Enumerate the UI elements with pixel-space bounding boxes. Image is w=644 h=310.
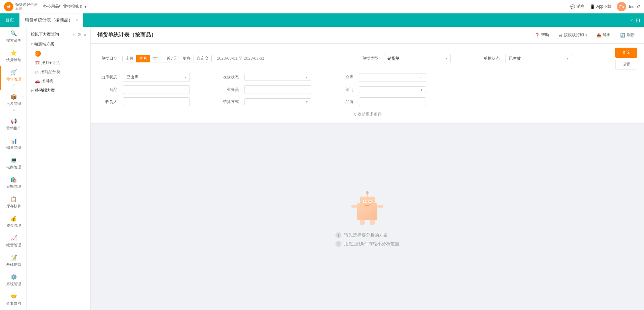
message-button[interactable]: 💬 消息 bbox=[570, 4, 585, 9]
date-range: 2023-03-01 至 2023-03-31 bbox=[217, 56, 264, 61]
search-icon: 🔍 bbox=[10, 30, 17, 37]
date-tab-this-year[interactable]: 本年 bbox=[150, 55, 164, 62]
sidebar-item-finance[interactable]: 💰 资金管理 bbox=[0, 212, 26, 231]
recipient-control: ··· bbox=[123, 97, 217, 106]
sidebar-item-wholesale[interactable]: 📦 批发管理 ▴ bbox=[0, 90, 26, 115]
retail-arrow-icon: ▾ bbox=[13, 83, 15, 87]
empty-tips: 1 请先选择要分析的方案 2 用[过滤]条件来缩小分析范围 bbox=[335, 232, 399, 247]
company-selector[interactable]: 办公用品行业模拟账套 ▾ bbox=[40, 4, 89, 9]
sidebar-item-basic-info[interactable]: 📝 基础信息 bbox=[0, 251, 26, 270]
empty-illustration bbox=[347, 187, 387, 227]
salesman-dots-icon[interactable]: ··· bbox=[304, 87, 308, 92]
bill-status-select[interactable]: 已生效 ▾ bbox=[505, 54, 572, 63]
brand-label: 品牌 bbox=[343, 99, 354, 105]
bill-type-select[interactable]: 销货单 ▾ bbox=[384, 54, 451, 63]
tree-item-icon-driver: 🚗 bbox=[35, 79, 40, 84]
out-status-select[interactable]: 已出库 ▾ bbox=[123, 73, 190, 82]
settings-plan-button[interactable]: ⚙ bbox=[77, 32, 82, 37]
add-plan-button[interactable]: + bbox=[72, 32, 75, 37]
retail-icon: 🛒 bbox=[10, 69, 17, 75]
sidebar-item-retail[interactable]: 🛒 零售管理 ▾ bbox=[0, 66, 26, 90]
warehouse-control: ··· bbox=[359, 73, 637, 82]
sidebar-item-sales[interactable]: 📊 销售管理 bbox=[0, 134, 26, 154]
date-tab-custom[interactable]: 自定义 bbox=[194, 55, 212, 62]
sidebar-item-operations[interactable]: 📈 经营管理 bbox=[0, 231, 26, 251]
left-panel: 按以下方案查询 + ⚙ « ▾ 电脑端方案 按商品 📅 按月+商品 bbox=[27, 27, 91, 310]
right-action-area: 查询 设置 bbox=[611, 48, 637, 69]
sidebar-item-ecommerce[interactable]: 💻 电商管理 bbox=[0, 154, 26, 173]
sidebar-item-inventory[interactable]: 📋 库存核算 bbox=[0, 193, 26, 212]
sidebar-item-enterprise[interactable]: 🤝 企业协同 bbox=[0, 290, 26, 309]
warehouse-select[interactable]: ··· bbox=[359, 73, 426, 82]
purchase-icon: 🛍️ bbox=[10, 176, 17, 183]
out-status-dropdown-icon: ▾ bbox=[184, 75, 186, 79]
tree-item-by-goods[interactable]: 按商品 bbox=[27, 49, 90, 58]
help-icon: ❓ bbox=[535, 33, 540, 38]
print-dropdown-icon: ▾ bbox=[585, 33, 587, 37]
template-print-button[interactable]: 🖨 按模板打印 ▾ bbox=[556, 31, 590, 39]
dept-label: 部门 bbox=[343, 87, 354, 93]
sidebar-item-marketing[interactable]: 📢 营销推广 bbox=[0, 115, 26, 134]
wholesale-icon: 📦 bbox=[10, 94, 17, 100]
tab-active[interactable]: 销货单统计表（按商品） × bbox=[19, 13, 83, 27]
payment-status-select[interactable]: ▾ bbox=[244, 74, 311, 81]
settings-button[interactable]: 设置 bbox=[615, 60, 637, 69]
sidebar-item-search[interactable]: 🔍 搜索菜单 bbox=[0, 27, 26, 46]
expand-window-button[interactable]: ⊡ bbox=[636, 17, 640, 23]
collapse-panel-button[interactable]: « bbox=[84, 32, 86, 37]
goods-dots-icon[interactable]: ··· bbox=[182, 87, 186, 92]
tree-item-icon-month: 📅 bbox=[35, 61, 40, 65]
sidebar-item-system[interactable]: ⚙️ 系统管理 bbox=[0, 270, 26, 290]
dept-select[interactable]: ▾ bbox=[359, 86, 426, 93]
marketing-icon: 📢 bbox=[10, 118, 17, 124]
user-profile[interactable]: Ea demo2 bbox=[617, 2, 640, 11]
left-panel-title: 按以下方案查询 bbox=[31, 32, 59, 37]
svg-rect-1 bbox=[360, 197, 375, 207]
export-button[interactable]: 📤 导出 bbox=[594, 31, 613, 39]
settlement-select[interactable]: ▾ bbox=[244, 98, 311, 105]
date-tab-this-month[interactable]: 本月 bbox=[136, 55, 150, 62]
svg-rect-7 bbox=[377, 205, 383, 208]
tab-home[interactable]: 首页 bbox=[0, 13, 19, 27]
main-layout: 🔍 搜索菜单 ⭐ 快捷导航 🛒 零售管理 ▾ 📦 批发管理 ▴ 📢 营销推广 📊… bbox=[0, 27, 644, 310]
warehouse-dots-icon[interactable]: ··· bbox=[418, 75, 422, 80]
query-button[interactable]: 查询 bbox=[615, 48, 637, 58]
date-tab-7days[interactable]: 近7天 bbox=[164, 55, 180, 62]
tab-expand: × ⊡ bbox=[630, 17, 644, 23]
settlement-label: 结算方式 bbox=[222, 99, 239, 105]
svg-rect-9 bbox=[370, 219, 375, 225]
date-tab-more[interactable]: 更多 bbox=[180, 55, 194, 62]
date-tab-last-month[interactable]: 上月 bbox=[122, 55, 137, 62]
goods-select[interactable]: ··· bbox=[123, 85, 190, 94]
brand-select[interactable]: ··· bbox=[359, 97, 426, 106]
sidebar-item-purchase[interactable]: 🛍️ 采购管理 bbox=[0, 173, 26, 193]
tree-item-by-driver[interactable]: 🚗 按司机 bbox=[27, 76, 90, 86]
refresh-button[interactable]: 🔄 刷新 bbox=[618, 31, 637, 39]
recipient-dots-icon[interactable]: ··· bbox=[182, 99, 186, 104]
app-subtitle: 标账 bbox=[15, 7, 38, 11]
logo-text: 畅捷通好生意 标账 bbox=[15, 2, 38, 11]
settlement-control: ▾ bbox=[244, 98, 338, 105]
salesman-select[interactable]: ··· bbox=[244, 85, 311, 94]
tab-close-icon[interactable]: × bbox=[75, 18, 78, 22]
main-content: 销货单统计表（按商品） ❓ 帮助 🖨 按模板打印 ▾ 📤 导出 bbox=[91, 27, 644, 310]
help-button[interactable]: ❓ 帮助 bbox=[532, 31, 552, 39]
sidebar-item-quick-nav[interactable]: ⭐ 快捷导航 bbox=[0, 46, 26, 66]
warehouse-label: 仓库 bbox=[343, 74, 354, 80]
brand-dots-icon[interactable]: ··· bbox=[418, 99, 422, 104]
bill-type-dropdown-icon: ▾ bbox=[445, 57, 447, 60]
goods-control: ··· bbox=[123, 85, 217, 94]
tree-group-mobile[interactable]: ▶ 移动端方案 bbox=[27, 86, 90, 95]
app-download-button[interactable]: 📱 App下载 bbox=[590, 4, 611, 9]
close-window-button[interactable]: × bbox=[630, 17, 633, 23]
date-label: 单据日期 bbox=[97, 56, 117, 61]
sales-icon: 📊 bbox=[10, 138, 17, 144]
tree-item-by-category[interactable]: 🗂 按商品分类 bbox=[27, 67, 90, 76]
collapse-bar[interactable]: ∧ 收起更多条件 bbox=[97, 109, 637, 119]
collapse-arrow-icon: ∧ bbox=[353, 112, 356, 117]
logo-area: 好 畅捷通好生意 标账 bbox=[4, 2, 38, 11]
recipient-select[interactable]: ··· bbox=[123, 97, 190, 106]
system-icon: ⚙️ bbox=[10, 274, 17, 280]
empty-tip-1: 1 请先选择要分析的方案 bbox=[335, 232, 399, 238]
settlement-dropdown-icon: ▾ bbox=[306, 100, 308, 104]
